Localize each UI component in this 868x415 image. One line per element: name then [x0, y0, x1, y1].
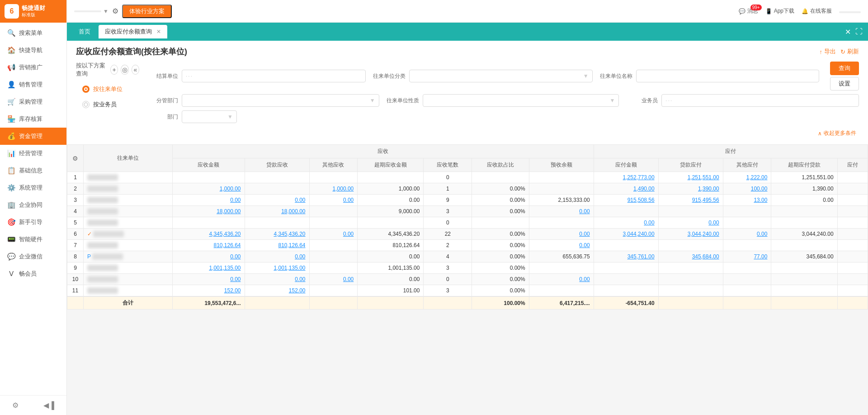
- sidebar-item-sales[interactable]: 👤销售管理: [0, 76, 66, 93]
- sidebar-item-marketing[interactable]: 📢营销推广: [0, 59, 66, 76]
- partner-nature-input[interactable]: ▼: [423, 94, 619, 107]
- data-table: ⚙ 往来单位 应收 应付 应收金额 贷款应收 其他应收 超期应收金额 应收笔数 …: [67, 144, 868, 310]
- filter-field-partner-nature: 往来单位性质 ▼: [387, 94, 619, 107]
- collapse-icon: ∧: [818, 130, 822, 137]
- filter-field-partner-name: 往来单位名称: [600, 62, 819, 91]
- sidebar-settings-btn[interactable]: ⚙: [12, 401, 19, 410]
- col-header-partner: 往来单位: [84, 145, 173, 172]
- online-service-button[interactable]: 🔔 在线客服: [802, 7, 832, 15]
- home-icon: 🏠: [7, 46, 15, 54]
- logo-line2: 标准版: [22, 12, 45, 18]
- col-ar-count: 应收笔数: [424, 158, 472, 172]
- dept-manage-input[interactable]: ▼: [182, 94, 379, 107]
- dept-manage-arrow: ▼: [370, 97, 375, 104]
- sidebar-item-enterprise[interactable]: 🏢企业协同: [0, 196, 66, 214]
- filter-by-partner[interactable]: 按往来单位: [76, 81, 139, 97]
- partner-nature-arrow: ▼: [609, 97, 615, 104]
- content-area: 应收应付余额查询(按往来单位) ↑ 导出 ↻ 刷新 按以下方案查询: [67, 41, 868, 415]
- tab-home[interactable]: 首页: [72, 25, 97, 38]
- filter-settings-button[interactable]: ◎: [121, 65, 128, 75]
- dept-arrow: ▼: [227, 114, 233, 120]
- query-button[interactable]: 查询: [830, 62, 859, 75]
- sidebar-item-management[interactable]: 📊经营管理: [0, 145, 66, 162]
- sidebar-bottom: ⚙ ◀▐: [0, 395, 66, 415]
- tab-bar-expand-icon[interactable]: ⛶: [855, 28, 863, 36]
- member-icon: Ⅴ: [7, 270, 15, 278]
- col-header-gear[interactable]: ⚙: [67, 145, 84, 172]
- topbar-gear-icon[interactable]: ⚙: [112, 7, 118, 15]
- sidebar-item-system[interactable]: ⚙️系统管理: [0, 179, 66, 196]
- filter-field-partner-category: 往来单位分类 ▼: [373, 62, 592, 91]
- col-loan-ap: 贷款应付: [658, 158, 723, 172]
- salesman-input[interactable]: ···: [661, 94, 859, 107]
- table-area: ⚙ 往来单位 应收 应付 应收金额 贷款应收 其他应收 超期应收金额 应收笔数 …: [67, 144, 868, 415]
- partner-name-input[interactable]: [636, 70, 819, 82]
- col-ar-amt: 应收金额: [173, 158, 245, 172]
- topbar: ▼ ⚙ 体验行业方案 💬 消息 99+ 📱 App下载 🔔 在线客服: [67, 0, 868, 23]
- sidebar-item-guide[interactable]: 🎯新手引导: [0, 214, 66, 231]
- user-display[interactable]: [839, 8, 861, 14]
- filter-field-salesman: 业务员 ···: [626, 94, 859, 107]
- tab-ar-ap[interactable]: 应收应付余额查询 ✕: [99, 25, 167, 38]
- logo-icon: 6: [5, 4, 19, 19]
- sidebar-item-wechat[interactable]: 💬企业微信: [0, 248, 66, 265]
- col-ap-amt: 应付金额: [594, 158, 658, 172]
- filter-collapse-left-button[interactable]: «: [132, 65, 139, 75]
- sidebar-item-hardware[interactable]: 📟智能硬件: [0, 231, 66, 248]
- app-download-button[interactable]: 📱 App下载: [765, 7, 794, 15]
- sidebar-item-finance[interactable]: 💰资金管理: [0, 128, 66, 145]
- col-group-ar: 应收: [173, 145, 594, 158]
- sidebar-item-purchase[interactable]: 🛒采购管理: [0, 93, 66, 110]
- col-other-ar: 其他应收: [309, 158, 358, 172]
- sidebar-item-inventory[interactable]: 🏪库存核算: [0, 110, 66, 128]
- tab-close-icon[interactable]: ✕: [156, 29, 161, 35]
- settlement-unit-input[interactable]: ···: [182, 70, 366, 82]
- tab-bar-close-icon[interactable]: ✕: [845, 28, 851, 36]
- page-title: 应收应付余额查询(按往来单位): [76, 46, 187, 57]
- breadcrumb: ▼: [74, 8, 108, 14]
- sidebar-nav: 🔍搜索菜单 🏠快捷导航 📢营销推广 👤销售管理 🛒采购管理 🏪库存核算 💰资金管…: [0, 23, 66, 395]
- filter-add-button[interactable]: +: [110, 65, 118, 75]
- management-icon: 📊: [7, 149, 15, 157]
- message-button[interactable]: 💬 消息 99+: [739, 7, 758, 15]
- system-icon: ⚙️: [7, 184, 15, 192]
- sidebar-item-quick-nav[interactable]: 🏠快捷导航: [0, 42, 66, 59]
- logo-line1: 畅捷通财: [22, 5, 45, 12]
- promo-button[interactable]: 体验行业方案: [122, 5, 172, 18]
- refresh-button[interactable]: ↻ 刷新: [840, 48, 859, 56]
- marketing-icon: 📢: [7, 63, 15, 72]
- enterprise-icon: 🏢: [7, 201, 15, 209]
- sidebar-collapse-btn[interactable]: ◀▐: [43, 401, 54, 410]
- service-icon: 🔔: [802, 8, 808, 14]
- table-row: 3 ████████ 0.00 0.00 0.00 0.00 9 0.00% 2…: [67, 195, 868, 206]
- filter-field-settlement-unit: 结算单位 ···: [146, 62, 366, 91]
- dept-input[interactable]: ▼: [182, 110, 237, 123]
- export-button[interactable]: ↑ 导出: [820, 48, 836, 56]
- sidebar-item-member[interactable]: Ⅴ畅会员: [0, 265, 66, 282]
- table-settings-icon[interactable]: ⚙: [72, 155, 78, 162]
- col-prepay: 预收余额: [529, 158, 594, 172]
- sidebar-item-search-menu[interactable]: 🔍搜索菜单: [0, 24, 66, 42]
- sidebar-item-basic-info[interactable]: 📋基础信息: [0, 162, 66, 179]
- setting-button[interactable]: 设置: [830, 77, 859, 91]
- sidebar: 6 畅捷通财 标准版 🔍搜索菜单 🏠快捷导航 📢营销推广 👤销售管理 🛒采购管理…: [0, 0, 67, 415]
- partner-category-input[interactable]: ▼: [409, 70, 592, 82]
- col-overdue-ar: 超期应收金额: [358, 158, 424, 172]
- main-area: ▼ ⚙ 体验行业方案 💬 消息 99+ 📱 App下载 🔔 在线客服: [67, 0, 868, 415]
- hardware-icon: 📟: [7, 235, 15, 243]
- wechat-icon: 💬: [7, 253, 15, 261]
- purchase-icon: 🛒: [7, 98, 15, 106]
- table-row: 2 ████████ 1,000.00 1,000.00 1,000.00 1 …: [67, 183, 868, 195]
- search-menu-icon: 🔍: [7, 29, 15, 37]
- filter-field-dept: 部门 ▼: [146, 110, 237, 123]
- filter-by-salesman[interactable]: 按业务员: [76, 97, 139, 112]
- filter-scheme-label: 按以下方案查询: [76, 62, 108, 78]
- tabbar: 首页 应收应付余额查询 ✕ ✕ ⛶: [67, 23, 868, 41]
- col-loan-ar: 贷款应收: [245, 158, 309, 172]
- table-footer: 合计 19,553,472,6... 100.00% 6,417,215....…: [67, 296, 868, 310]
- collapse-more-btn[interactable]: ∧ 收起更多条件: [815, 127, 859, 140]
- table-row: 9 ████████ 1,001,135.00 1,001,135.00 1,0…: [67, 262, 868, 274]
- table-row: 11 ████████ 152.00 152.00 101.00 3 0.00%: [67, 285, 868, 297]
- page-header: 应收应付余额查询(按往来单位) ↑ 导出 ↻ 刷新: [67, 41, 868, 57]
- download-icon: 📱: [765, 8, 772, 14]
